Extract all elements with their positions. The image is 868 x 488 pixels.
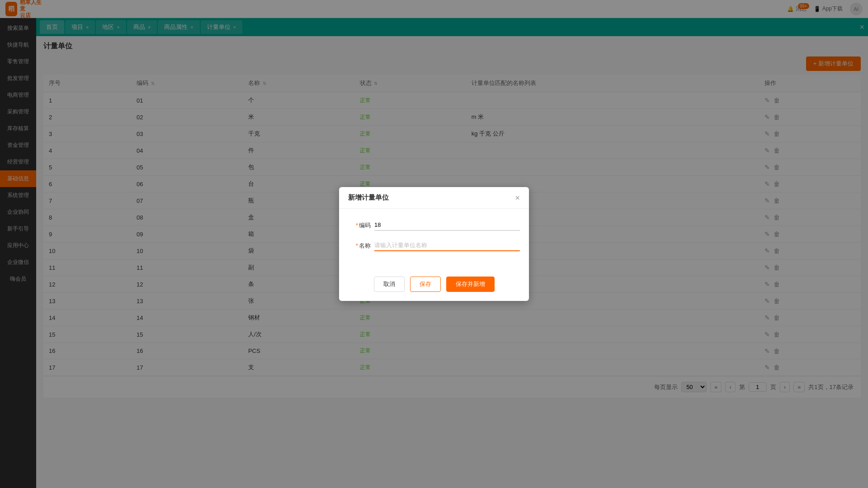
modal-header: 新增计量单位 × [339, 187, 529, 209]
modal-overlay: 新增计量单位 × 编码 名称 取消 保存 保存并新增 [0, 0, 868, 488]
save-and-new-button[interactable]: 保存并新增 [446, 277, 495, 292]
code-input[interactable] [374, 220, 520, 231]
modal-footer: 取消 保存 保存并新增 [339, 271, 529, 301]
save-button[interactable]: 保存 [410, 277, 441, 292]
modal-title: 新增计量单位 [348, 193, 389, 202]
name-label: 名称 [348, 242, 371, 250]
code-field-row: 编码 [348, 220, 520, 231]
cancel-button[interactable]: 取消 [374, 277, 405, 292]
modal-body: 编码 名称 [339, 209, 529, 271]
name-input[interactable] [374, 240, 520, 251]
add-unit-modal: 新增计量单位 × 编码 名称 取消 保存 保存并新增 [339, 187, 529, 301]
name-field-row: 名称 [348, 240, 520, 251]
modal-close-button[interactable]: × [515, 194, 520, 202]
code-label: 编码 [348, 221, 371, 230]
